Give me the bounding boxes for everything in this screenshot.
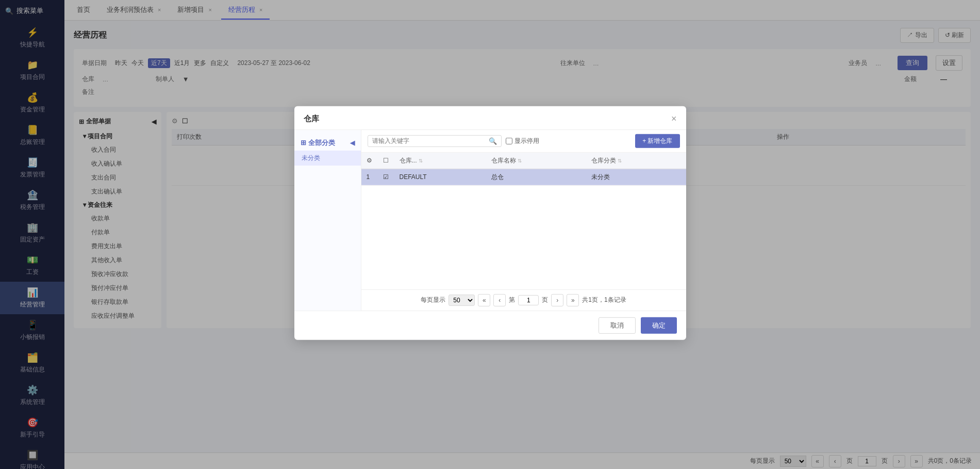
- th-category[interactable]: 仓库分类 ⇅: [586, 152, 686, 169]
- row-gear: 1: [361, 169, 378, 185]
- table-row[interactable]: 1 ☑ DEFAULT 总仓 未分类: [361, 169, 686, 185]
- add-warehouse-button[interactable]: + 新增仓库: [635, 134, 679, 148]
- category-panel: ⊞ 全部分类 ◀ 未分类: [294, 130, 361, 310]
- th-gear: ⚙: [361, 152, 378, 169]
- row-name: 总仓: [486, 169, 586, 185]
- cancel-button[interactable]: 取消: [599, 317, 636, 333]
- category-uncategorized[interactable]: 未分类: [294, 150, 361, 165]
- sort-icon-name: ⇅: [518, 157, 522, 163]
- th-name[interactable]: 仓库名称 ⇅: [486, 152, 586, 169]
- sort-icon-category: ⇅: [618, 157, 622, 163]
- warehouse-dialog: 仓库 × ⊞ 全部分类 ◀ 未分类 🔍 显示停用: [294, 106, 686, 339]
- dialog-prev-page[interactable]: ‹: [493, 294, 506, 306]
- th-code[interactable]: 仓库... ⇅: [394, 152, 487, 169]
- dialog-total-label: 共1页，1条记录: [582, 296, 626, 304]
- dialog-title: 仓库: [304, 114, 319, 123]
- dialog-search-input[interactable]: [372, 137, 489, 144]
- dialog-page-input[interactable]: [518, 295, 539, 305]
- grid-icon-cat: ⊞: [301, 139, 306, 147]
- dialog-first-page[interactable]: «: [478, 294, 490, 306]
- dialog-last-page[interactable]: »: [567, 294, 579, 306]
- row-checkbox[interactable]: ☑: [378, 169, 394, 185]
- dialog-next-page[interactable]: ›: [551, 294, 563, 306]
- collapse-cat-icon[interactable]: ◀: [350, 139, 355, 146]
- dialog-page-prefix: 第: [509, 296, 515, 304]
- dialog-close-button[interactable]: ×: [671, 113, 677, 124]
- dialog-header: 仓库 ×: [294, 106, 686, 130]
- warehouse-table: ⚙ ☐ 仓库... ⇅ 仓库名称 ⇅ 仓库分类: [361, 152, 686, 185]
- show-disabled-check[interactable]: [506, 137, 512, 144]
- dialog-per-page-select[interactable]: 50 100: [449, 294, 475, 305]
- dialog-toolbar: 🔍 显示停用 + 新增仓库: [361, 130, 686, 152]
- dialog-main-panel: 🔍 显示停用 + 新增仓库 ⚙ ☐: [361, 130, 686, 310]
- th-checkbox: ☐: [378, 152, 394, 169]
- dialog-footer: 取消 确定: [294, 310, 686, 339]
- dialog-body: ⊞ 全部分类 ◀ 未分类 🔍 显示停用 + 新增仓库: [294, 130, 686, 310]
- category-all[interactable]: ⊞ 全部分类 ◀: [294, 135, 361, 150]
- dialog-pagination: 每页显示 50 100 « ‹ 第 页 › » 共1页，1条记录: [361, 289, 686, 310]
- dialog-search-box: 🔍: [368, 135, 502, 147]
- row-code: DEFAULT: [394, 169, 487, 185]
- row-category: 未分类: [586, 169, 686, 185]
- confirm-button[interactable]: 确定: [641, 317, 677, 333]
- sort-icon-code: ⇅: [419, 157, 423, 163]
- show-disabled-checkbox[interactable]: 显示停用: [506, 136, 539, 145]
- dialog-table-container: ⚙ ☐ 仓库... ⇅ 仓库名称 ⇅ 仓库分类: [361, 152, 686, 289]
- dialog-search-icon[interactable]: 🔍: [489, 137, 497, 144]
- dialog-per-page-label: 每页显示: [421, 296, 445, 304]
- dialog-page-label: 页: [542, 296, 548, 304]
